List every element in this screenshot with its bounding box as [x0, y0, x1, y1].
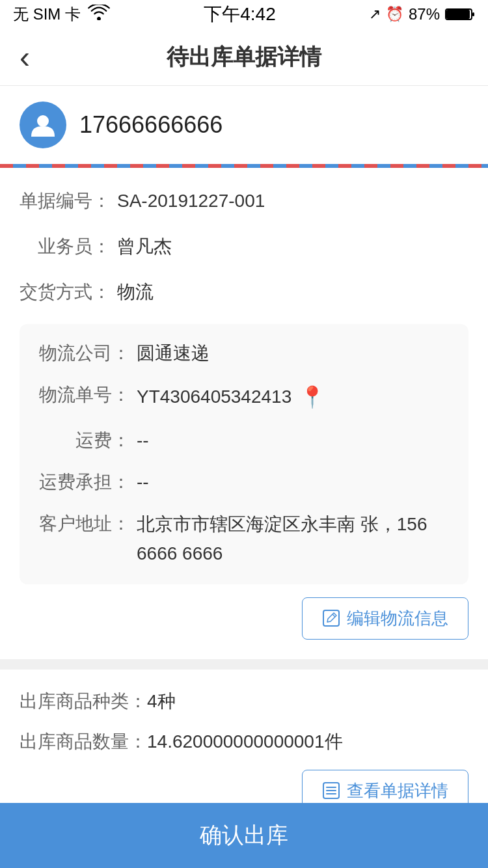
- document-no-label: 单据编号：: [20, 187, 111, 215]
- battery-icon: [445, 7, 475, 21]
- battery-text: 87%: [409, 5, 440, 23]
- carrier-text: 无 SIM 卡: [13, 4, 81, 25]
- gray-divider: [0, 659, 488, 670]
- goods-types-row: 出库商品种类： 4种: [20, 689, 468, 714]
- confirm-btn-text: 确认出库: [200, 821, 288, 850]
- freight-bearer-value: --: [130, 468, 449, 496]
- status-time: 下午4:42: [204, 2, 276, 27]
- nav-bar: ‹ 待出库单据详情: [0, 29, 488, 86]
- freight-label: 运费：: [39, 427, 130, 454]
- freight-bearer-row: 运费承担： --: [39, 468, 449, 496]
- document-no-value: SA-20191227-001: [111, 187, 468, 215]
- page-title: 待出库单据详情: [167, 42, 321, 72]
- freight-bearer-label: 运费承担：: [39, 468, 130, 496]
- logistics-company-value: 圆通速递: [130, 340, 449, 367]
- logistics-company-label: 物流公司：: [39, 340, 130, 367]
- address-row: 客户地址： 北京市市辖区海淀区永丰南 张，156 6666 6666: [39, 510, 449, 569]
- goods-quantity-value: 14.620000000000001件: [147, 729, 343, 754]
- svg-rect-2: [472, 12, 474, 16]
- freight-row: 运费： --: [39, 427, 449, 454]
- delivery-method-value: 物流: [111, 278, 468, 306]
- svg-rect-1: [446, 10, 470, 19]
- goods-types-value: 4种: [147, 689, 176, 714]
- logistics-company-row: 物流公司： 圆通速递: [39, 340, 449, 367]
- svg-rect-4: [323, 610, 339, 626]
- tracking-no-value: YT4306405342413 📍: [130, 381, 449, 413]
- basic-info-section: 单据编号： SA-20191227-001 业务员： 曾凡杰 交货方式： 物流 …: [0, 168, 488, 659]
- alarm-icon: ⏰: [386, 6, 403, 23]
- status-right: ↗ ⏰ 87%: [369, 5, 475, 23]
- customer-phone: 17666666666: [79, 111, 223, 139]
- status-left: 无 SIM 卡: [13, 4, 111, 25]
- tracking-no-row: 物流单号： YT4306405342413 📍: [39, 381, 449, 413]
- gps-icon: ↗: [369, 6, 381, 23]
- document-no-row: 单据编号： SA-20191227-001: [20, 187, 468, 215]
- goods-quantity-row: 出库商品数量： 14.620000000000001件: [20, 729, 468, 754]
- edit-logistics-button[interactable]: 编辑物流信息: [302, 597, 468, 640]
- goods-quantity-label: 出库商品数量：: [20, 729, 147, 754]
- customer-avatar: [20, 102, 66, 148]
- tracking-no-label: 物流单号：: [39, 381, 130, 409]
- person-icon: [29, 111, 57, 139]
- logistics-card: 物流公司： 圆通速递 物流单号： YT4306405342413 📍 运费： -…: [20, 324, 468, 584]
- location-pin-icon[interactable]: 📍: [299, 381, 325, 413]
- agent-value: 曾凡杰: [111, 233, 468, 260]
- wifi-icon: [87, 5, 111, 24]
- status-bar: 无 SIM 卡 下午4:42 ↗ ⏰ 87%: [0, 0, 488, 29]
- list-icon: [322, 781, 340, 800]
- goods-types-label: 出库商品种类：: [20, 689, 147, 714]
- edit-logistics-label: 编辑物流信息: [347, 607, 448, 630]
- edit-btn-container: 编辑物流信息: [20, 597, 468, 640]
- tracking-no-text: YT4306405342413: [137, 383, 291, 411]
- delivery-method-row: 交货方式： 物流: [20, 278, 468, 306]
- agent-row: 业务员： 曾凡杰: [20, 233, 468, 260]
- address-value: 北京市市辖区海淀区永丰南 张，156 6666 6666: [130, 510, 449, 569]
- confirm-btn-bar[interactable]: 确认出库: [0, 803, 488, 868]
- back-button[interactable]: ‹: [20, 39, 59, 75]
- delivery-method-label: 交货方式：: [20, 278, 111, 306]
- address-label: 客户地址：: [39, 510, 130, 537]
- view-detail-label: 查看单据详情: [347, 780, 448, 802]
- freight-value: --: [130, 427, 449, 454]
- edit-icon: [322, 609, 340, 627]
- customer-header: 17666666666: [0, 86, 488, 164]
- svg-point-3: [37, 115, 49, 127]
- agent-label: 业务员：: [20, 233, 111, 260]
